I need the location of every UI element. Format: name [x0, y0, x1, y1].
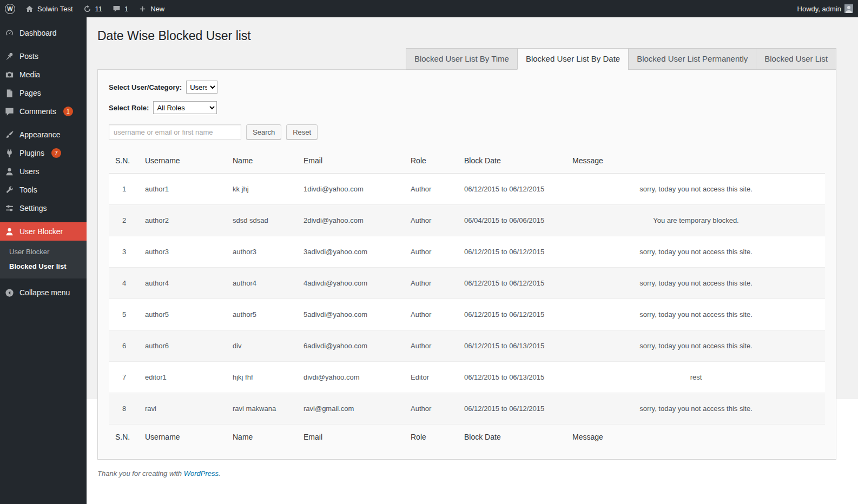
my-account-menu[interactable]: Howdy, admin: [793, 0, 858, 17]
header-email[interactable]: Email: [297, 148, 404, 174]
home-icon: [25, 4, 34, 14]
pages-icon: [4, 88, 15, 98]
reset-button[interactable]: Reset: [286, 124, 318, 140]
admin-bar: W Solwin Test 11 1 New: [0, 0, 858, 17]
cell-role: Editor: [404, 362, 458, 393]
cell-email: 2divdi@yahoo.com: [297, 205, 404, 236]
sidebar-item-label: User Blocker: [19, 227, 63, 236]
cell-email: divdi@yahoo.com: [297, 362, 404, 393]
collapse-menu-button[interactable]: Collapse menu: [0, 283, 87, 302]
cell-block-date: 06/12/2015 to 06/13/2015: [458, 362, 566, 393]
cell-block-date: 06/12/2015 to 06/12/2015: [458, 174, 566, 205]
header-name[interactable]: Name: [226, 148, 297, 174]
cell-message: sorry, today you not access this site.: [566, 268, 825, 299]
wordpress-link[interactable]: WordPress: [184, 469, 219, 478]
table-row: 4 author4 author4 4adivdi@yahoo.com Auth…: [109, 268, 825, 299]
cell-email: 4adivdi@yahoo.com: [297, 268, 404, 299]
cell-message: You are temporary blocked.: [566, 205, 825, 236]
role-select[interactable]: All Roles: [153, 101, 217, 114]
submenu-item-blocked-user-list[interactable]: Blocked User list: [0, 259, 87, 274]
cell-message: sorry, today you not access this site.: [566, 393, 825, 425]
tab-blocked-by-time[interactable]: Blocked User List By Time: [406, 48, 518, 70]
brush-icon: [4, 130, 15, 140]
updates-menu[interactable]: 11: [78, 0, 108, 17]
sidebar-item-media[interactable]: Media: [0, 65, 87, 84]
sidebar-item-label: Tools: [19, 185, 37, 194]
tab-blocked-permanently[interactable]: Blocked User List Permanently: [628, 48, 756, 70]
comment-icon: [112, 4, 121, 14]
users-icon: [4, 167, 15, 177]
plugin-icon: [4, 148, 15, 158]
tab-blocked-user-list[interactable]: Blocked User List: [756, 48, 836, 70]
cell-sn: 1: [109, 174, 138, 205]
footer-email[interactable]: Email: [297, 425, 404, 450]
table-row: 5 author5 author5 5adivdi@yahoo.com Auth…: [109, 299, 825, 330]
submenu-item-user-blocker[interactable]: User Blocker: [0, 244, 87, 259]
sidebar-item-label: Plugins: [19, 149, 44, 157]
cell-sn: 7: [109, 362, 138, 393]
settings-icon: [4, 203, 15, 214]
user-category-select[interactable]: Users: [186, 81, 217, 94]
collapse-menu-label: Collapse menu: [19, 288, 70, 297]
sidebar-item-dashboard[interactable]: Dashboard: [0, 24, 87, 42]
cell-block-date: 06/12/2015 to 06/13/2015: [458, 330, 566, 362]
site-name-label: Solwin Test: [37, 5, 73, 13]
tab-blocked-by-date[interactable]: Blocked User List By Date: [517, 48, 629, 70]
cell-username: author3: [138, 236, 226, 268]
wordpress-logo-menu[interactable]: W: [0, 0, 20, 17]
site-name-menu[interactable]: Solwin Test: [20, 0, 78, 17]
cell-block-date: 06/04/2015 to 06/06/2015: [458, 205, 566, 236]
footer-message: Message: [566, 425, 825, 450]
sidebar-item-label: Users: [19, 167, 39, 176]
sidebar-item-user-blocker[interactable]: User Blocker: [0, 222, 87, 241]
search-input[interactable]: [109, 124, 241, 140]
sidebar-item-posts[interactable]: Posts: [0, 47, 87, 65]
table-row: 7 editor1 hjkj fhf divdi@yahoo.com Edito…: [109, 362, 825, 393]
sidebar-item-plugins[interactable]: Plugins 7: [0, 144, 87, 162]
cell-message: sorry, today you not access this site.: [566, 330, 825, 362]
sidebar-item-tools[interactable]: Tools: [0, 181, 87, 199]
cell-username: author4: [138, 268, 226, 299]
footer-name[interactable]: Name: [226, 425, 297, 450]
sidebar-item-settings[interactable]: Settings: [0, 199, 87, 217]
menu-separator: [0, 121, 87, 125]
sidebar-item-label: Appearance: [19, 130, 61, 139]
sidebar-item-label: Settings: [19, 204, 47, 213]
search-button[interactable]: Search: [246, 124, 281, 140]
sidebar-item-appearance[interactable]: Appearance: [0, 125, 87, 144]
howdy-text: Howdy, admin: [797, 5, 841, 13]
header-username[interactable]: Username: [138, 148, 226, 174]
new-content-menu[interactable]: New: [133, 0, 169, 17]
comments-menu[interactable]: 1: [107, 0, 133, 17]
category-filter-label: Select User/Category:: [109, 83, 182, 91]
sidebar-item-label: Posts: [19, 52, 38, 61]
footer-username[interactable]: Username: [138, 425, 226, 450]
sidebar-item-users[interactable]: Users: [0, 162, 87, 181]
sidebar-item-comments[interactable]: Comments 1: [0, 102, 87, 121]
camera-icon: [4, 70, 15, 80]
avatar: [844, 4, 853, 13]
footer-role: Role: [404, 425, 458, 450]
header-role: Role: [404, 148, 458, 174]
cell-email: 1divdi@yahoo.com: [297, 174, 404, 205]
cell-username: author2: [138, 205, 226, 236]
header-block-date: Block Date: [458, 148, 566, 174]
table-row: 3 author3 author3 3adivdi@yahoo.com Auth…: [109, 236, 825, 268]
table-row: 8 ravi ravi makwana ravi@gmail.com Autho…: [109, 393, 825, 425]
cell-username: ravi: [138, 393, 226, 425]
comments-count: 1: [124, 5, 128, 13]
cell-username: author6: [138, 330, 226, 362]
cell-block-date: 06/12/2015 to 06/12/2015: [458, 268, 566, 299]
cell-role: Author: [404, 174, 458, 205]
cell-username: author5: [138, 299, 226, 330]
footer-thanks-period: .: [219, 469, 221, 478]
cell-role: Author: [404, 299, 458, 330]
cell-sn: 6: [109, 330, 138, 362]
cell-sn: 2: [109, 205, 138, 236]
footer-block-date: Block Date: [458, 425, 566, 450]
sidebar-item-pages[interactable]: Pages: [0, 84, 87, 102]
cell-message: sorry, today you not access this site.: [566, 236, 825, 268]
plus-icon: [138, 4, 147, 14]
header-message: Message: [566, 148, 825, 174]
sidebar-item-label: Comments: [19, 107, 56, 116]
